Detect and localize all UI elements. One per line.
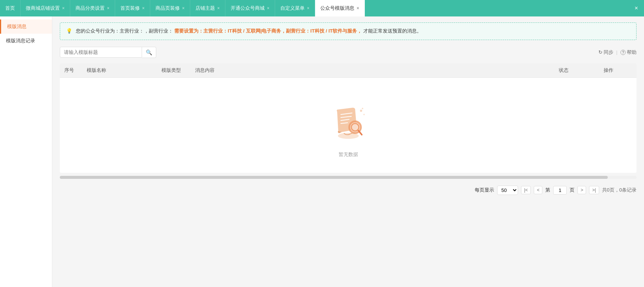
page-number-input[interactable] — [553, 186, 567, 195]
help-icon: ? — [620, 50, 626, 55]
page-size-label: 每页显示 — [475, 187, 494, 193]
nav-tab-wsc[interactable]: 微商城店铺设置 × — [21, 0, 70, 16]
notice-icon: 💡 — [66, 28, 72, 34]
sync-icon: ↻ — [598, 49, 603, 55]
main-layout: 模版消息 模版消息记录 💡 您的公众号行业为：主营行业：，副营行业： 需要设置为… — [0, 16, 644, 287]
nav-tab-homepage[interactable]: 首页装修 × — [115, 0, 150, 16]
close-icon[interactable]: × — [357, 6, 359, 11]
horizontal-scrollbar[interactable] — [60, 176, 637, 179]
empty-state: 暂无数据 — [60, 78, 637, 173]
search-icon: 🔍 — [146, 49, 152, 55]
next-page-icon: > — [580, 187, 583, 193]
sidebar: 模版消息 模版消息记录 — [0, 16, 52, 287]
close-icon[interactable]: × — [267, 6, 269, 11]
nav-tab-home[interactable]: 首页 — [0, 0, 21, 16]
divider: | — [616, 49, 617, 55]
last-page-icon: >| — [592, 187, 596, 193]
nav-tab-category[interactable]: 商品分类设置 × — [70, 0, 115, 16]
empty-text: 暂无数据 — [60, 151, 637, 158]
close-icon[interactable]: × — [142, 6, 145, 11]
nav-tab-mall[interactable]: 开通公众号商城 × — [225, 0, 275, 16]
close-icon[interactable]: × — [307, 6, 309, 11]
top-nav: 首页 微商城店铺设置 × 商品分类设置 × 首页装修 × 商品页装修 × 店铺主… — [0, 0, 644, 16]
nav-tab-templatemsg[interactable]: 公众号模版消息 × — [315, 0, 365, 16]
close-all-button[interactable]: × — [629, 5, 644, 12]
notice-box: 💡 您的公众号行业为：主营行业：，副营行业： 需要设置为：主营行业：IT科技 /… — [60, 22, 637, 40]
search-bar: 🔍 ↻ 同步 | ? 帮助 — [60, 47, 637, 58]
col-header-action: 操作 — [599, 63, 637, 78]
sidebar-item-template-msg[interactable]: 模版消息 — [0, 19, 52, 34]
svg-point-10 — [363, 114, 365, 115]
page-size-select[interactable]: 50 10 20 100 — [497, 186, 518, 195]
nav-tab-theme[interactable]: 店铺主题 × — [190, 0, 225, 16]
nav-tab-product[interactable]: 商品页装修 × — [150, 0, 190, 16]
data-table: 序号 模版名称 模版类型 消息内容 状态 操作 — [60, 63, 637, 173]
close-icon[interactable]: × — [217, 6, 220, 11]
empty-row: 暂无数据 — [60, 77, 637, 173]
page-jump-prefix: 第 — [545, 187, 550, 193]
svg-point-11 — [362, 108, 363, 109]
page-unit: 页 — [570, 187, 574, 193]
next-page-button[interactable]: > — [577, 186, 586, 194]
close-icon[interactable]: × — [182, 6, 185, 11]
col-header-status: 状态 — [554, 63, 599, 78]
col-header-name: 模版名称 — [82, 63, 157, 78]
empty-illustration — [326, 100, 371, 145]
col-header-seq: 序号 — [60, 63, 82, 78]
close-icon[interactable]: × — [62, 6, 65, 11]
search-input[interactable] — [60, 47, 142, 58]
first-page-icon: |< — [524, 187, 528, 193]
pagination: 每页显示 50 10 20 100 |< < 第 页 > >| 共0页，0条记录 — [60, 182, 637, 196]
first-page-button[interactable]: |< — [521, 186, 531, 194]
prev-page-icon: < — [537, 187, 539, 193]
total-label: 共0页，0条记录 — [602, 187, 637, 193]
close-icon[interactable]: × — [107, 6, 110, 11]
sidebar-item-template-log[interactable]: 模版消息记录 — [0, 34, 52, 48]
nav-tab-custommenu[interactable]: 自定义菜单 × — [275, 0, 315, 16]
prev-page-button[interactable]: < — [534, 186, 542, 194]
help-button[interactable]: ? 帮助 — [620, 49, 637, 56]
svg-point-9 — [360, 110, 362, 112]
search-button[interactable]: 🔍 — [142, 47, 156, 58]
col-header-content: 消息内容 — [191, 63, 554, 78]
table-body: 暂无数据 — [60, 77, 637, 173]
sync-help-area: ↻ 同步 | ? 帮助 — [598, 49, 637, 56]
scrollbar-thumb[interactable] — [60, 176, 608, 179]
col-header-type: 模版类型 — [157, 63, 191, 78]
last-page-button[interactable]: >| — [589, 186, 599, 194]
table-header: 序号 模版名称 模版类型 消息内容 状态 操作 — [60, 63, 637, 78]
sync-button[interactable]: ↻ 同步 — [598, 49, 613, 56]
main-content: 💡 您的公众号行业为：主营行业：，副营行业： 需要设置为：主营行业：IT科技 /… — [52, 16, 644, 287]
